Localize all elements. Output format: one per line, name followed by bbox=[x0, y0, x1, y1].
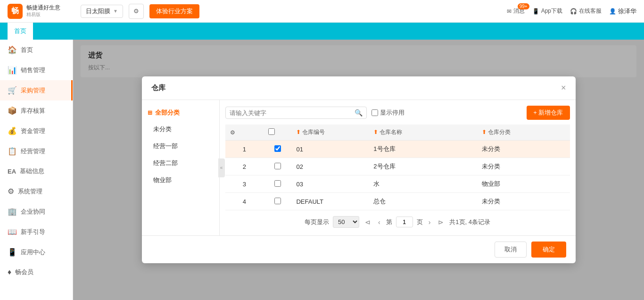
nav-tab-home[interactable]: 首页 bbox=[8, 23, 33, 40]
sidebar-item-purchase[interactable]: 🛒 采购管理 bbox=[0, 80, 73, 100]
cell-num: 4 bbox=[225, 193, 264, 210]
cell-category: 未分类 bbox=[477, 158, 570, 175]
sidebar-label-member: 畅会员 bbox=[15, 268, 33, 276]
category-item-2[interactable]: 经营二部 bbox=[142, 155, 219, 172]
sidebar-label-home: 首页 bbox=[21, 46, 33, 54]
row-checkbox[interactable] bbox=[274, 198, 281, 204]
sort-icon-cat: ⬆ bbox=[482, 129, 487, 135]
pagination: 每页显示 50 20 100 ⊲ ‹ 第 页 › bbox=[225, 210, 570, 230]
category-label-1: 经营一部 bbox=[153, 142, 178, 150]
cell-code: 01 bbox=[291, 141, 369, 158]
category-item-0[interactable]: 未分类 bbox=[142, 121, 219, 138]
apps-icon: 📱 bbox=[8, 248, 17, 257]
logo-area: 畅 畅捷通好生意 精易版 bbox=[8, 4, 81, 19]
sidebar-label-sales: 销售管理 bbox=[21, 66, 45, 75]
grid-icon: ⊞ bbox=[148, 109, 152, 116]
first-page-button[interactable]: ⊲ bbox=[363, 217, 372, 227]
category-label-0: 未分类 bbox=[153, 125, 172, 133]
category-item-1[interactable]: 经营一部 bbox=[142, 138, 219, 155]
online-service-label: 在线客服 bbox=[579, 7, 602, 15]
cell-name: 水 bbox=[369, 175, 477, 193]
online-service-item[interactable]: 🎧 在线客服 bbox=[570, 7, 602, 15]
sidebar-label-apps: 应用中心 bbox=[21, 248, 45, 257]
category-label-3: 物业部 bbox=[153, 176, 172, 183]
page-unit: 页 bbox=[417, 218, 423, 226]
row-checkbox[interactable] bbox=[274, 163, 281, 169]
warehouse-table: ⚙ ⬆仓库编号 ⬆仓库名称 ⬆仓库分类 bbox=[225, 125, 570, 210]
top-header: 畅 畅捷通好生意 精易版 日太阳膜 ▼ ⚙ 体验行业方案 ✉ 消息 99+ 📱 … bbox=[0, 0, 644, 23]
nav-tabs: 首页 bbox=[0, 23, 644, 40]
trial-button[interactable]: 体验行业方案 bbox=[149, 4, 199, 18]
modal-backdrop: 仓库 × ⊞ 全部分类 未分类 经营一 bbox=[73, 40, 644, 300]
row-checkbox[interactable] bbox=[274, 180, 281, 187]
per-page-select[interactable]: 50 20 100 bbox=[333, 216, 359, 228]
modal-header: 仓库 × bbox=[142, 76, 576, 100]
page-number-input[interactable] bbox=[396, 217, 413, 227]
sidebar-label-guide: 新手引导 bbox=[21, 228, 45, 236]
category-label-2: 经营二部 bbox=[153, 159, 178, 167]
sidebar-item-home[interactable]: 🏠 首页 bbox=[0, 40, 73, 60]
cell-category: 物业部 bbox=[477, 175, 570, 193]
sidebar-item-enterprise[interactable]: 🏢 企业协同 bbox=[0, 201, 73, 222]
select-all-checkbox[interactable] bbox=[268, 128, 275, 135]
category-sidebar: ⊞ 全部分类 未分类 经营一部 经营二部 物业部 bbox=[142, 100, 220, 235]
purchase-icon: 🛒 bbox=[8, 86, 17, 95]
sidebar-item-sales[interactable]: 📊 销售管理 bbox=[0, 60, 73, 80]
category-collapse-button[interactable]: « bbox=[218, 158, 225, 177]
store-selector[interactable]: 日太阳膜 ▼ bbox=[81, 5, 123, 18]
prev-page-button[interactable]: ‹ bbox=[376, 217, 382, 227]
modal-body: ⊞ 全部分类 未分类 经营一部 经营二部 物业部 bbox=[142, 100, 576, 235]
headset-icon: 🎧 bbox=[570, 8, 577, 15]
app-name: 畅捷通好生意 bbox=[26, 4, 60, 12]
sidebar-item-finance[interactable]: 💰 资金管理 bbox=[0, 121, 73, 141]
table-toolbar: 🔍 显示停用 + 新增仓库 bbox=[225, 106, 570, 120]
message-item[interactable]: ✉ 消息 99+ bbox=[507, 7, 525, 15]
next-page-button[interactable]: › bbox=[427, 217, 433, 227]
sidebar: 🏠 首页 📊 销售管理 🛒 采购管理 📦 库存核算 💰 资金管理 📋 经营管理 … bbox=[0, 40, 73, 300]
show-disabled-text: 显示停用 bbox=[380, 108, 405, 117]
sidebar-item-operation[interactable]: 📋 经营管理 bbox=[0, 141, 73, 161]
mobile-icon: 📱 bbox=[532, 8, 539, 15]
cell-name: 总仓 bbox=[369, 193, 477, 210]
sort-icon-code: ⬆ bbox=[296, 129, 301, 135]
guide-icon: 📖 bbox=[8, 227, 17, 236]
per-page-label: 每页显示 bbox=[305, 218, 329, 226]
settings-icon: ⚙ bbox=[133, 8, 139, 15]
category-item-3[interactable]: 物业部 bbox=[142, 172, 219, 189]
confirm-button[interactable]: 确定 bbox=[531, 242, 566, 258]
settings-col-icon: ⚙ bbox=[230, 129, 235, 136]
row-checkbox[interactable] bbox=[274, 145, 281, 152]
modal-close-button[interactable]: × bbox=[561, 83, 566, 93]
new-warehouse-button[interactable]: + 新增仓库 bbox=[527, 106, 570, 120]
table-row: 1 01 1号仓库 未分类 bbox=[225, 141, 570, 158]
last-page-button[interactable]: ⊳ bbox=[436, 217, 446, 227]
system-icon: ⚙ bbox=[8, 187, 14, 196]
cell-code: 03 bbox=[291, 175, 369, 193]
nav-tab-home-label: 首页 bbox=[14, 27, 26, 35]
operation-icon: 📋 bbox=[8, 147, 17, 156]
app-logo-icon: 畅 bbox=[8, 4, 23, 19]
show-disabled-checkbox[interactable] bbox=[372, 109, 378, 116]
sidebar-item-member[interactable]: ♦ 畅会员 bbox=[0, 262, 73, 282]
sidebar-item-apps[interactable]: 📱 应用中心 bbox=[0, 242, 73, 262]
content-area: 进货 按以下... 仓库 × ⊞ 全部分类 bbox=[73, 40, 644, 300]
cell-check bbox=[264, 158, 291, 175]
app-download-item[interactable]: 📱 App下载 bbox=[532, 7, 562, 15]
home-icon: 🏠 bbox=[8, 45, 17, 54]
sidebar-item-inventory[interactable]: 📦 库存核算 bbox=[0, 100, 73, 121]
cell-num: 2 bbox=[225, 158, 264, 175]
user-item[interactable]: 👤 徐泽华 bbox=[609, 7, 636, 16]
modal-footer: 取消 确定 bbox=[142, 235, 576, 263]
sidebar-item-system[interactable]: ⚙ 系统管理 bbox=[0, 181, 73, 201]
cell-name: 1号仓库 bbox=[369, 141, 477, 158]
category-all[interactable]: ⊞ 全部分类 bbox=[142, 105, 219, 121]
cancel-button[interactable]: 取消 bbox=[495, 242, 527, 258]
member-icon: ♦ bbox=[8, 268, 11, 276]
sidebar-item-basic[interactable]: EA 基础信息 bbox=[0, 161, 73, 181]
search-input[interactable] bbox=[230, 109, 352, 117]
store-arrow-icon: ▼ bbox=[113, 8, 118, 14]
sidebar-item-guide[interactable]: 📖 新手引导 bbox=[0, 222, 73, 242]
settings-button[interactable]: ⚙ bbox=[129, 4, 144, 19]
show-disabled-label[interactable]: 显示停用 bbox=[372, 108, 405, 117]
cell-check bbox=[264, 175, 291, 193]
